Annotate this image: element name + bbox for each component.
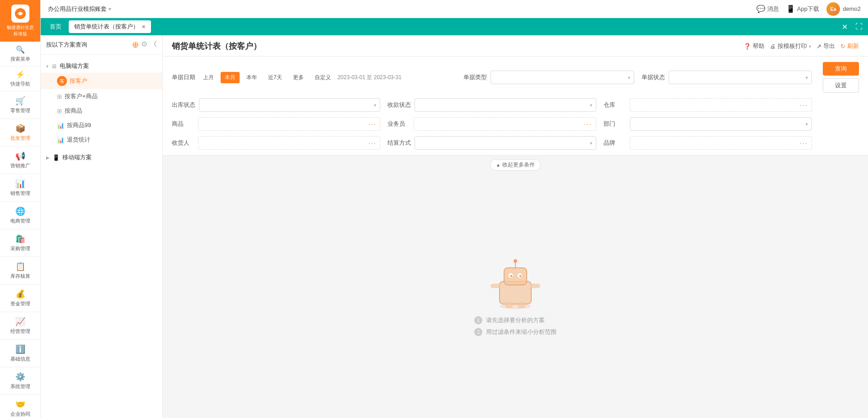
sidebar-item-finance[interactable]: 💰 资金管理 (0, 285, 40, 312)
expand-mobile-icon: ▶ (46, 155, 50, 160)
out-status-input[interactable]: ▾ (199, 98, 380, 112)
status-filter-input[interactable]: ▾ (669, 71, 812, 84)
sidebar-item-sales[interactable]: 📊 销售管理 (0, 174, 40, 202)
tab-expand-button[interactable]: ⛶ (854, 21, 864, 32)
logo-text: 畅捷通好生意 (7, 24, 34, 31)
sidebar-item-ecommerce[interactable]: 🌐 电商管理 (0, 202, 40, 229)
tree-item-return-stat[interactable]: 📊 退货统计 (41, 133, 162, 147)
inventory-label: 库存核算 (10, 273, 30, 280)
search-button[interactable]: 查询 (823, 62, 859, 76)
date-btn-last-month[interactable]: 上月 (199, 72, 218, 83)
sidebar-item-retail[interactable]: 🛒 零售管理 (0, 91, 40, 119)
sidebar-item-base[interactable]: ℹ️ 基础信息 (0, 340, 40, 367)
warehouse-label: 仓库 (604, 101, 626, 109)
industry-dropdown-icon: ▾ (108, 6, 111, 12)
cooperation-label: 企业协同 (10, 411, 30, 418)
collapse-button[interactable]: ▲ 收起更多条件 (490, 159, 541, 171)
sidebar-item-purchase[interactable]: 🛍️ 采购管理 (0, 229, 40, 257)
retail-icon: 🛒 (15, 96, 25, 106)
print-dropdown-icon: ▾ (809, 44, 811, 49)
tree-item-by-goods[interactable]: ⊞ 按商品 (41, 104, 162, 118)
goods-label: 商品 (172, 120, 194, 128)
warehouse-input[interactable]: ··· (630, 98, 812, 112)
industry-selector[interactable]: 办公用品行业模拟账套 ▾ (48, 5, 111, 13)
brand-label: 品牌 (604, 139, 626, 147)
print-button[interactable]: 🖨 按模板打印 ▾ (770, 42, 811, 50)
sidebar-item-system[interactable]: ⚙️ 系统管理 (0, 367, 40, 395)
sidebar-item-wholesale[interactable]: 📦 批发管理 (0, 119, 40, 147)
salesperson-input[interactable]: ··· (414, 117, 596, 131)
avatar: Ea (826, 2, 840, 16)
empty-state: 1 请先选择要分析的方案 2 用过滤条件来缩小分析范围 (163, 174, 868, 418)
goods-input[interactable]: ··· (198, 117, 380, 131)
warehouse-filter-field: 仓库 ··· (604, 98, 812, 112)
ecommerce-label: 电商管理 (10, 218, 30, 224)
tree-item-by-customer-goods[interactable]: ⊞ 按客户+商品 (41, 89, 162, 104)
page-actions: ❓ 帮助 🖨 按模板打印 ▾ ↗ 导出 ↻ 刷新 (744, 42, 859, 50)
setting-button[interactable]: 设置 (823, 78, 859, 93)
refresh-button[interactable]: ↻ 刷新 (840, 42, 859, 50)
mobile-icon: 📱 (52, 154, 60, 161)
svg-rect-14 (530, 284, 540, 288)
shortcut-nav-item[interactable]: ⚡ 快捷导航 (0, 66, 40, 91)
user-menu[interactable]: Ea demo2 (826, 2, 861, 16)
messages-button[interactable]: 💬 消息 (756, 5, 779, 13)
goods-filter-field: 商品 ··· (172, 117, 380, 131)
help-button[interactable]: ❓ 帮助 (744, 42, 764, 50)
phone-icon: 📱 (786, 5, 795, 13)
refresh-label: 刷新 (847, 42, 859, 50)
collapse-label: 收起更多条件 (502, 161, 535, 169)
page-title: 销货单统计表（按客户） (172, 41, 261, 52)
out-status-dropdown-icon: ▾ (374, 103, 376, 108)
brand-input[interactable]: ··· (630, 136, 812, 150)
tab-home[interactable]: 首页 (44, 20, 67, 33)
date-btn-this-year[interactable]: 本年 (242, 72, 261, 83)
by-goods-99-label: 按商品99 (67, 121, 91, 129)
user-name: demo2 (843, 5, 861, 12)
date-btn-this-month[interactable]: 本月 (221, 72, 240, 83)
export-button[interactable]: ↗ 导出 (816, 42, 835, 50)
search-menu-item[interactable]: 🔍 搜索菜单 (0, 42, 40, 66)
sidebar-item-marketing[interactable]: 📢 营销推广 (0, 147, 40, 174)
tab-bar: 首页 销货单统计表（按客户） ✕ ✕ ⛶ (41, 18, 868, 35)
marketing-label: 营销推广 (10, 162, 30, 169)
tree-item-by-customer[interactable]: 客 按客户 (41, 73, 162, 89)
wholesale-label: 批发管理 (10, 135, 30, 142)
industry-name: 办公用品行业模拟账套 (48, 5, 107, 13)
message-icon: 💬 (756, 5, 765, 13)
date-btn-more[interactable]: 更多 (289, 72, 308, 83)
type-dropdown-icon: ▾ (628, 75, 630, 80)
settings-scheme-button[interactable]: ⊙ (142, 40, 147, 50)
tab-close-icon[interactable]: ✕ (142, 24, 146, 30)
shortcut-nav-label: 快捷导航 (10, 81, 30, 87)
tree-group-desktop-header[interactable]: ▾ 🖥 电脑端方案 (41, 59, 162, 73)
receiver-input[interactable]: ··· (198, 136, 380, 150)
type-filter-input[interactable]: ▾ (491, 71, 634, 84)
date-btn-custom[interactable]: 自定义 (311, 72, 335, 83)
date-filter-options: 上月 本月 本年 近7天 更多 自定义 2023-03-01 至 2023-03… (199, 72, 456, 83)
sidebar-item-operations[interactable]: 📈 经营管理 (0, 312, 40, 340)
app-download-button[interactable]: 📱 App下载 (786, 5, 819, 13)
collapse-bar[interactable]: ▲ 收起更多条件 (163, 156, 868, 174)
date-btn-last-7[interactable]: 近7天 (264, 72, 286, 83)
collapse-panel-button[interactable]: 《 (150, 40, 157, 50)
department-input[interactable]: ▾ (630, 117, 812, 131)
retail-label: 零售管理 (10, 107, 30, 114)
sidebar-item-cooperation[interactable]: 🤝 企业协同 (0, 395, 40, 418)
tip-text-1: 请先选择要分析的方案 (486, 316, 545, 324)
tree-group-mobile-header[interactable]: ▶ 📱 移动端方案 (41, 151, 162, 164)
wholesale-icon: 📦 (15, 124, 25, 133)
tree-item-by-goods-99[interactable]: 📊 按商品99 (41, 118, 162, 133)
warehouse-more-icon: ··· (800, 101, 808, 109)
operations-label: 经营管理 (10, 328, 30, 335)
receiver-filter-field: 收货人 ··· (172, 136, 380, 150)
svg-rect-5 (504, 268, 527, 285)
tab-sales-stat[interactable]: 销货单统计表（按客户） ✕ (69, 20, 151, 33)
add-scheme-button[interactable]: ⊕ (132, 40, 139, 50)
tab-close-all-button[interactable]: ✕ (839, 21, 850, 32)
receipt-status-input[interactable]: ▾ (415, 98, 596, 112)
svg-rect-13 (491, 284, 500, 288)
settlement-input[interactable]: ▾ (415, 136, 596, 150)
inventory-icon: 📋 (15, 261, 25, 271)
sidebar-item-inventory[interactable]: 📋 库存核算 (0, 257, 40, 285)
